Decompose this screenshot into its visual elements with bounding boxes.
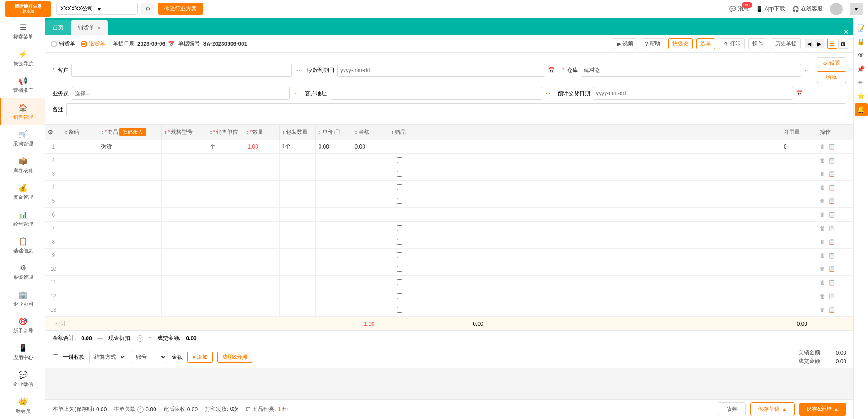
cell-spec-2[interactable] (161, 167, 207, 181)
ops-btn[interactable]: 操作 (748, 38, 767, 49)
copy-icon-10[interactable]: 📋 (829, 279, 835, 286)
sidebar-item-inventory[interactable]: 📦 库存核算 (0, 152, 45, 178)
delete-icon-0[interactable]: 🗑 (820, 144, 825, 150)
cell-product-11[interactable] (98, 289, 161, 303)
shortcut-btn[interactable]: 快捷键 (668, 38, 693, 49)
cell-barcode-3[interactable] (62, 181, 98, 194)
cell-barcode-5[interactable] (62, 208, 98, 222)
barcode-input-7[interactable] (65, 239, 95, 245)
cell-qty-8[interactable] (243, 249, 279, 262)
cell-packqty-5[interactable] (279, 208, 315, 222)
price-info-icon[interactable]: i (334, 129, 340, 135)
cell-product-2[interactable] (98, 167, 161, 181)
cell-unit-8[interactable] (207, 249, 243, 262)
cell-spec-1[interactable] (161, 154, 207, 167)
expected-date-input[interactable] (593, 87, 793, 100)
cell-amount-7[interactable] (352, 235, 388, 249)
cell-qty-9[interactable] (243, 262, 279, 276)
copy-icon-7[interactable]: 📋 (829, 239, 835, 245)
th-barcode-sort[interactable]: ↕ (65, 129, 68, 135)
cell-barcode-1[interactable] (62, 154, 98, 167)
cell-gift-8[interactable] (388, 249, 411, 262)
cell-spec-12[interactable] (161, 303, 207, 317)
barcode-input-11[interactable] (65, 293, 95, 299)
calc-method-select[interactable]: 结算方式 (89, 351, 126, 363)
prev-arrow[interactable]: ◀ (805, 39, 814, 48)
cell-packqty-10[interactable] (279, 276, 315, 289)
tab-bar-close-all[interactable]: ✕ (844, 28, 853, 35)
customer-addr-dots-icon[interactable]: ··· (546, 90, 550, 96)
th-packqty-sort[interactable]: ↕ (282, 129, 285, 135)
barcode-input-8[interactable] (65, 252, 95, 259)
cell-price-2[interactable] (315, 167, 352, 181)
cell-barcode-10[interactable] (62, 276, 98, 289)
delete-icon-11[interactable]: 🗑 (820, 293, 825, 299)
gift-checkbox-8[interactable] (397, 252, 402, 258)
cell-barcode-12[interactable] (62, 303, 98, 317)
barcode-input-9[interactable] (65, 266, 95, 272)
cell-spec-4[interactable] (161, 194, 207, 208)
cell-packqty-0[interactable]: 1个 (279, 140, 315, 154)
warehouse-dots-icon[interactable]: ··· (805, 67, 810, 73)
copy-icon-4[interactable]: 📋 (829, 198, 835, 204)
delete-icon-9[interactable]: 🗑 (820, 266, 825, 272)
sidebar-item-finance[interactable]: 💰 资金管理 (0, 178, 45, 205)
sidebar-item-sales-mgmt[interactable]: 🏠 销售管理 (0, 98, 45, 125)
gift-checkbox-6[interactable] (397, 225, 402, 231)
online-service-btn[interactable]: 🎧 在线客服 (792, 5, 823, 13)
cell-amount-0[interactable]: 0.00 (352, 140, 388, 154)
th-settings[interactable]: ⚙ (45, 125, 62, 140)
warehouse-input[interactable] (581, 64, 801, 77)
cell-spec-3[interactable] (161, 181, 207, 194)
settings-icon[interactable]: ⚙ (141, 3, 154, 15)
cell-packqty-7[interactable] (279, 235, 315, 249)
cell-price-7[interactable] (315, 235, 352, 249)
gift-checkbox-11[interactable] (397, 293, 402, 299)
history-btn[interactable]: 历史单据 (771, 38, 801, 49)
close-all-icon[interactable]: ✕ (844, 28, 849, 35)
copy-icon-11[interactable]: 📋 (829, 293, 835, 299)
th-qty-sort[interactable]: ↕ (246, 129, 249, 135)
cell-qty-11[interactable] (243, 289, 279, 303)
sidebar-item-enterprise[interactable]: 🏢 企业协同 (0, 285, 45, 312)
cell-gift-9[interactable] (388, 262, 411, 276)
cell-packqty-2[interactable] (279, 167, 315, 181)
cell-product-1[interactable] (98, 154, 161, 167)
one-click-payment-checkbox[interactable] (53, 354, 58, 360)
cash-discount-info-icon[interactable]: ? (137, 335, 143, 342)
cell-amount-5[interactable] (352, 208, 388, 222)
gift-checkbox-10[interactable] (397, 279, 402, 285)
cell-unit-4[interactable] (207, 194, 243, 208)
cell-barcode-7[interactable] (62, 235, 98, 249)
delete-icon-7[interactable]: 🗑 (820, 239, 825, 245)
cell-packqty-1[interactable] (279, 154, 315, 167)
copy-icon-6[interactable]: 📋 (829, 225, 835, 231)
cell-amount-10[interactable] (352, 276, 388, 289)
cell-unit-7[interactable] (207, 235, 243, 249)
cell-product-0[interactable]: 拆货 (98, 140, 161, 154)
cell-product-9[interactable] (98, 262, 161, 276)
customer-input[interactable] (71, 64, 292, 77)
cell-amount-11[interactable] (352, 289, 388, 303)
logistics-btn[interactable]: +物流 (817, 71, 846, 83)
barcode-input-1[interactable] (65, 157, 95, 164)
cell-price-4[interactable] (315, 194, 352, 208)
right-panel-star-btn[interactable]: ⭐ (855, 90, 868, 102)
trial-button[interactable]: 体验行业方案 (158, 3, 203, 15)
cell-packqty-4[interactable] (279, 194, 315, 208)
note-input[interactable] (66, 103, 846, 116)
cell-price-9[interactable] (315, 262, 352, 276)
cell-unit-10[interactable] (207, 276, 243, 289)
cell-gift-2[interactable] (388, 167, 411, 181)
cell-barcode-9[interactable] (62, 262, 98, 276)
cell-unit-3[interactable] (207, 181, 243, 194)
cell-qty-1[interactable] (243, 154, 279, 167)
cell-barcode-0[interactable] (62, 140, 98, 154)
delete-icon-3[interactable]: 🗑 (820, 184, 825, 191)
view-grid-btn[interactable]: ⊞ (838, 39, 848, 49)
cell-spec-5[interactable] (161, 208, 207, 222)
cell-qty-4[interactable] (243, 194, 279, 208)
cell-qty-12[interactable] (243, 303, 279, 317)
cell-spec-6[interactable] (161, 222, 207, 235)
cell-price-10[interactable] (315, 276, 352, 289)
